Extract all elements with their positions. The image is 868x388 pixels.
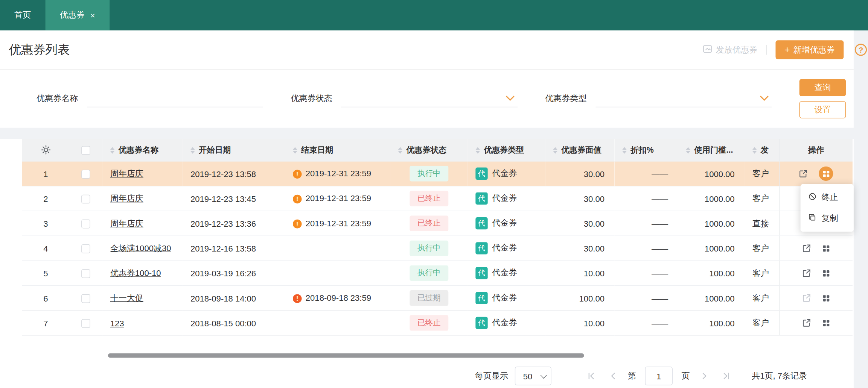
horizontal-scrollbar[interactable] [108,353,584,358]
row-checkbox[interactable] [81,319,90,328]
more-actions-icon[interactable] [822,244,830,252]
col-coupon-name[interactable]: 优惠券名称 [102,139,183,161]
ops-cell[interactable] [780,261,853,285]
open-icon[interactable] [802,294,811,303]
threshold-cell: 1000.00 [678,186,745,211]
ops-cell[interactable] [780,286,853,311]
type-cell: 代代金券 [468,311,545,335]
menu-item-terminate[interactable]: 终止 [801,187,854,208]
coupon-name-link[interactable]: 全场满1000减30 [110,243,171,252]
table-row[interactable]: 6十一大促2018-09-18 14:00!2018-09-18 23:59已过… [22,286,853,311]
start-date-cell: 2019-12-23 13:36 [183,211,285,236]
start-date-cell: 2019-03-19 16:26 [183,261,285,285]
row-checkbox[interactable] [81,294,90,303]
add-coupon-button[interactable]: + 新增优惠券 [776,40,844,59]
col-end-date[interactable]: 结束日期 [285,139,390,161]
table-row[interactable]: 71232018-08-15 00:00已终止代代金券10.00——100.00… [22,311,853,335]
status-cell: 已终止 [390,186,468,211]
row-select-cell[interactable] [69,236,102,261]
row-select-cell[interactable] [69,161,102,186]
menu-item-copy[interactable]: 复制 [801,208,854,229]
issue-coupon-button[interactable]: 发放优惠券 [703,44,757,55]
coupon-type-icon: 代 [475,168,487,180]
row-select-cell[interactable] [69,311,102,335]
row-checkbox[interactable] [81,244,90,253]
coupon-name-link[interactable]: 周年店庆 [110,193,143,203]
first-page-button[interactable] [587,371,596,380]
settings-button[interactable]: 设置 [799,101,846,118]
row-select-cell[interactable] [69,211,102,236]
row-select-cell[interactable] [69,186,102,211]
end-date-cell: !2019-12-31 23:59 [285,186,390,211]
row-select-cell[interactable] [69,261,102,285]
tab-coupon[interactable]: 优惠券 × [46,0,110,30]
coupon-name-link[interactable]: 周年店庆 [110,218,143,227]
tab-home[interactable]: 首页 [0,0,46,30]
coupon-name-link[interactable]: 周年店庆 [110,168,143,178]
coupon-name-link[interactable]: 优惠券100-10 [110,268,161,277]
sort-icon [475,147,480,154]
col-face-value[interactable]: 优惠券面值 [545,139,615,161]
select-all-header[interactable] [69,139,102,161]
coupon-name-link[interactable]: 十一大促 [110,293,143,302]
col-status[interactable]: 优惠券状态 [390,139,468,161]
per-page-select[interactable]: 50 [515,367,551,385]
row-index: 1 [22,161,69,186]
coupon-name-filter-label: 优惠券名称 [37,94,78,104]
coupon-status-select[interactable] [341,90,517,108]
menu-item-copy-label: 复制 [822,213,838,224]
channel-cell: 客户 [745,286,780,311]
last-page-button[interactable] [722,371,731,380]
col-type[interactable]: 优惠券类型 [468,139,545,161]
page-number-input[interactable]: 1 [645,367,673,385]
warning-icon: ! [293,195,302,204]
prev-page-button[interactable] [609,371,618,380]
more-actions-icon[interactable] [822,269,830,277]
table-row[interactable]: 3周年店庆2019-12-23 13:36!2019-12-31 23:59已终… [22,211,853,236]
row-select-cell[interactable] [69,286,102,311]
add-coupon-label: 新增优惠券 [793,44,835,55]
ops-cell[interactable] [780,161,853,186]
column-settings-header[interactable] [22,139,69,161]
col-start-date[interactable]: 开始日期 [183,139,285,161]
col-discount[interactable]: 折扣% [614,139,678,161]
more-actions-icon[interactable] [822,319,830,327]
close-icon[interactable]: × [90,11,95,20]
table-row[interactable]: 5优惠券100-102019-03-19 16:26执行中代代金券10.00——… [22,261,853,285]
coupon-status-filter-label: 优惠券状态 [291,94,332,104]
row-checkbox[interactable] [81,220,90,229]
open-icon[interactable] [802,269,811,278]
row-checkbox[interactable] [81,195,90,204]
ops-cell[interactable] [780,311,853,335]
ops-cell[interactable] [780,236,853,261]
select-all-checkbox[interactable] [81,146,90,155]
coupon-type-select[interactable] [595,90,772,108]
coupon-name-input[interactable] [87,91,263,106]
status-badge: 已过期 [410,290,448,306]
more-actions-icon[interactable] [819,167,833,181]
table-row[interactable]: 4全场满1000减302019-12-16 13:58执行中代代金券30.00—… [22,236,853,261]
row-checkbox[interactable] [81,269,90,278]
more-actions-icon[interactable] [822,294,830,302]
row-checkbox[interactable] [81,170,90,179]
coupon-name-link[interactable]: 123 [110,318,124,327]
open-icon[interactable] [799,169,808,178]
open-icon[interactable] [802,318,811,327]
tab-coupon-label: 优惠券 [60,10,85,20]
chevron-down-icon [760,92,769,101]
col-threshold[interactable]: 使用门槛... [678,139,745,161]
sort-icon [622,147,627,154]
search-button[interactable]: 查询 [799,79,846,96]
record-summary: 共1页, 7条记录 [752,371,807,381]
gear-icon[interactable] [41,145,50,155]
next-page-button[interactable] [700,371,709,380]
help-button[interactable]: ? [855,44,867,56]
col-issue-channel[interactable]: 发 [745,139,780,161]
table-row[interactable]: 2周年店庆2019-12-23 13:45!2019-12-31 23:59已终… [22,186,853,211]
face-value-cell: 30.00 [545,211,615,236]
table-row[interactable]: 1周年店庆2019-12-23 13:58!2019-12-31 23:59执行… [22,161,853,186]
open-icon[interactable] [802,244,811,253]
filter-group-type: 优惠券类型 [545,90,772,108]
status-badge: 执行中 [410,265,448,281]
coupon-name-cell: 优惠券100-10 [102,261,183,285]
